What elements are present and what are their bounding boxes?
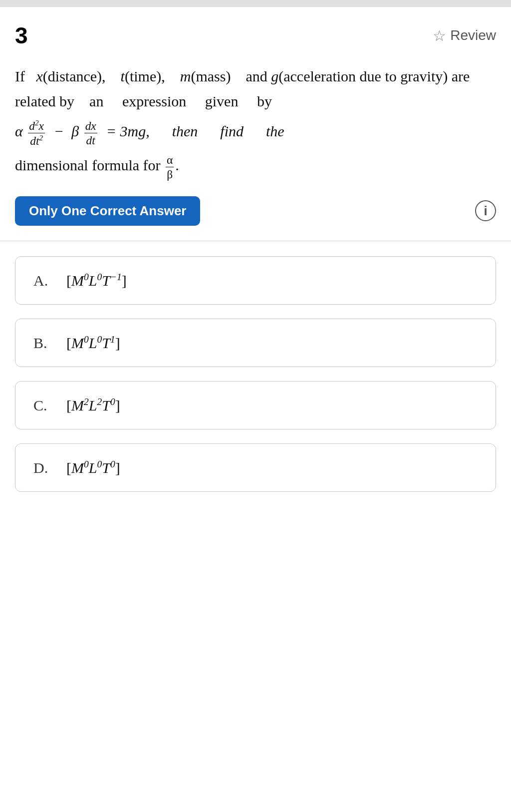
option-A[interactable]: A. [M0L0T−1]: [15, 256, 496, 305]
equation: α d2x dt2 − β dx dt = 3mg, then find the: [15, 118, 496, 148]
option-C[interactable]: C. [M2L2T0]: [15, 381, 496, 429]
option-A-text: [M0L0T−1]: [66, 272, 127, 289]
option-A-label: A.: [33, 272, 51, 289]
only-one-correct-badge: Only One Correct Answer: [15, 196, 200, 226]
fraction-alpha-beta: α β: [166, 153, 174, 181]
options-container: A. [M0L0T−1] B. [M0L0T1] C. [M2L2T0] D. …: [0, 246, 511, 502]
header-row: 3 ☆ Review: [0, 7, 511, 59]
option-C-label: C.: [33, 397, 51, 414]
option-B-text: [M0L0T1]: [66, 334, 120, 352]
info-icon[interactable]: i: [475, 200, 496, 221]
option-D-text: [M0L0T0]: [66, 459, 120, 476]
question-number: 3: [15, 22, 28, 49]
question-body: If x(distance), t(time), m(mass) and g(a…: [0, 59, 511, 191]
fraction-dx-dt: dx dt: [84, 119, 97, 147]
option-C-text: [M2L2T0]: [66, 397, 120, 414]
star-icon: ☆: [433, 27, 446, 44]
question-text: If x(distance), t(time), m(mass) and g(a…: [15, 64, 496, 113]
option-D-label: D.: [33, 459, 51, 476]
page: 3 ☆ Review If x(distance), t(time), m(ma…: [0, 0, 511, 812]
top-bar: [0, 0, 511, 7]
review-label: Review: [450, 27, 496, 43]
option-B[interactable]: B. [M0L0T1]: [15, 319, 496, 367]
option-B-label: B.: [33, 335, 51, 352]
fraction-d2x-dt2: d2x dt2: [28, 118, 45, 148]
review-button[interactable]: ☆ Review: [433, 27, 496, 44]
option-D[interactable]: D. [M0L0T0]: [15, 443, 496, 492]
badge-row: Only One Correct Answer i: [0, 191, 511, 236]
divider: [0, 241, 511, 242]
question-tail: dimensional formula for α β .: [15, 153, 496, 181]
